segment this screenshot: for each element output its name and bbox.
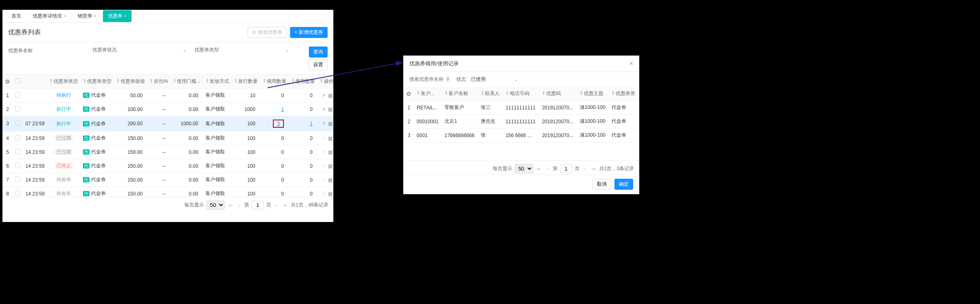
col-header[interactable]: ▲▼使用门槛... bbox=[170, 75, 203, 89]
share-icon[interactable]: ↗ bbox=[321, 163, 326, 169]
col-header[interactable]: ⚙ bbox=[404, 87, 414, 101]
qrcode-icon[interactable]: ▦ bbox=[328, 163, 333, 169]
tab-优惠券详情页[interactable]: 优惠券详情页× bbox=[28, 10, 71, 22]
prev-page-button[interactable]: ‹ bbox=[545, 166, 550, 172]
sort-icon[interactable]: ▲▼ bbox=[263, 78, 266, 83]
confirm-button[interactable]: 确定 bbox=[614, 179, 633, 190]
tab-首页[interactable]: 首页 bbox=[7, 10, 26, 22]
sort-icon[interactable]: ▲▼ bbox=[612, 91, 615, 95]
last-page-button[interactable]: ⇥ bbox=[281, 202, 288, 208]
share-icon[interactable]: ↗ bbox=[321, 93, 326, 98]
col-header[interactable]: ▲▼使用数量 bbox=[289, 75, 317, 89]
col-header[interactable] bbox=[23, 75, 47, 89]
sort-icon[interactable]: ▲▼ bbox=[116, 78, 120, 83]
sort-icon[interactable]: ▲▼ bbox=[444, 91, 448, 95]
col-header[interactable]: ▲▼优惠券类型 bbox=[80, 75, 114, 89]
search-icon[interactable]: ⚲ bbox=[446, 76, 450, 82]
row-checkbox[interactable] bbox=[15, 191, 20, 196]
sort-icon[interactable]: ▲▼ bbox=[291, 78, 295, 83]
table-row[interactable]: 3000117666666666张156 6666 ...2019120070.… bbox=[404, 129, 639, 142]
tab-优惠券[interactable]: 优惠券× bbox=[103, 10, 132, 22]
share-icon[interactable]: ↗ bbox=[321, 191, 326, 197]
col-header[interactable]: ▲▼优惠券状态 bbox=[47, 75, 80, 89]
qrcode-icon[interactable]: ▦ bbox=[328, 135, 333, 141]
next-page-button[interactable]: › bbox=[274, 202, 279, 208]
share-icon[interactable]: ↗ bbox=[321, 107, 326, 112]
first-page-button[interactable]: ⇤ bbox=[536, 166, 543, 172]
dialog-table-wrap[interactable]: ⚙▲▼客户...▲▼客户名称▲▼联系人▲▼电话号码▲▼优惠码▲▼优惠主题▲▼优惠… bbox=[404, 87, 639, 142]
row-checkbox[interactable] bbox=[15, 149, 20, 154]
col-header[interactable]: ▲▼发放方式 bbox=[203, 75, 232, 89]
row-checkbox[interactable] bbox=[15, 177, 20, 182]
col-header[interactable]: ▲▼联系人 bbox=[478, 87, 503, 101]
col-header[interactable]: ▲▼发行数量 bbox=[232, 75, 260, 89]
last-page-button[interactable]: ⇥ bbox=[589, 166, 597, 172]
dialog-per-page-select[interactable]: 50 bbox=[515, 164, 533, 173]
filter-name-input[interactable] bbox=[35, 47, 84, 55]
sort-icon[interactable]: ▲▼ bbox=[417, 91, 420, 95]
qrcode-icon[interactable]: ▦ bbox=[328, 177, 333, 183]
sort-icon[interactable]: ▲▼ bbox=[481, 91, 484, 95]
table-row[interactable]: 1待执行代代金券50.00--0.00客户领取1000↗▦ bbox=[2, 89, 333, 102]
col-header[interactable] bbox=[13, 75, 23, 89]
tab-销货单[interactable]: 销货单× bbox=[73, 10, 101, 22]
filter-type-select[interactable] bbox=[221, 49, 283, 51]
sort-icon[interactable]: ▲▼ bbox=[234, 78, 237, 83]
sort-icon[interactable]: ▲▼ bbox=[150, 78, 153, 83]
col-header[interactable]: ▲▼电话号码 bbox=[503, 87, 540, 101]
query-button[interactable]: 查询 bbox=[309, 47, 328, 58]
sort-icon[interactable]: ▲▼ bbox=[83, 78, 86, 83]
table-row[interactable]: 307 23:59执行中代代金券200.00--1000.00客户领取10031… bbox=[2, 116, 333, 131]
col-header[interactable]: ▲▼客户... bbox=[414, 87, 442, 101]
table-row[interactable]: 614 23:59已终止代代金券150.00--0.00客户领取10000↗▦ bbox=[2, 159, 333, 173]
sort-icon[interactable]: ▲▼ bbox=[173, 78, 176, 83]
sort-icon[interactable]: ▲▼ bbox=[205, 78, 209, 83]
claim-count-link[interactable]: 3 bbox=[277, 121, 280, 126]
close-icon[interactable]: × bbox=[630, 60, 633, 67]
page-input[interactable] bbox=[252, 201, 264, 209]
col-header[interactable]: ▲▼优惠主题 bbox=[577, 87, 609, 101]
row-checkbox[interactable] bbox=[15, 106, 20, 111]
close-icon[interactable]: × bbox=[124, 14, 127, 18]
gear-icon[interactable]: ⚙ bbox=[5, 78, 10, 85]
qrcode-icon[interactable]: ▦ bbox=[328, 107, 333, 112]
col-header[interactable]: ▲▼领用数量 bbox=[260, 75, 289, 89]
gear-icon[interactable]: ⚙ bbox=[406, 91, 411, 97]
qrcode-icon[interactable]: ▦ bbox=[328, 121, 333, 126]
table-row[interactable]: 2执行中代代金券100.00--0.00客户领取100010↗▦ bbox=[2, 102, 333, 116]
col-header[interactable]: ⚙ bbox=[2, 75, 13, 89]
per-page-select[interactable]: 50 bbox=[206, 200, 225, 210]
sort-icon[interactable]: ▲▼ bbox=[49, 78, 53, 83]
use-count-link[interactable]: 1 bbox=[310, 121, 313, 126]
cancel-button[interactable]: 取消 bbox=[592, 179, 611, 190]
sort-icon[interactable]: ▲▼ bbox=[506, 91, 509, 95]
close-icon[interactable]: × bbox=[64, 14, 66, 18]
dialog-page-input[interactable] bbox=[560, 164, 572, 173]
table-row[interactable]: 514 23:59已过期代代金券150.00--0.00客户领取10000↗▦ bbox=[2, 145, 333, 159]
add-coupon-button[interactable]: + 新增优惠券 bbox=[290, 27, 328, 38]
share-icon[interactable]: ↗ bbox=[321, 177, 326, 183]
select-all-checkbox[interactable] bbox=[15, 78, 20, 84]
table-row[interactable]: 414 23:59已过期代代金券150.00--0.00客户领取10000↗▦ bbox=[2, 131, 333, 145]
row-checkbox[interactable] bbox=[15, 135, 20, 140]
table-row[interactable]: 200010001北京1唐先生111111111112019120070...满… bbox=[404, 115, 639, 129]
row-checkbox[interactable] bbox=[15, 92, 20, 98]
sort-icon[interactable]: ▲▼ bbox=[320, 78, 323, 83]
sort-icon[interactable]: ▲▼ bbox=[542, 91, 545, 95]
table-row[interactable]: 814 23:59待发布代代金券150.00--0.00客户领取10000↗▦ bbox=[2, 187, 333, 197]
share-icon[interactable]: ↗ bbox=[321, 149, 326, 155]
col-header[interactable]: ▲▼优惠券类 bbox=[609, 87, 639, 101]
qrcode-icon[interactable]: ▦ bbox=[328, 149, 333, 155]
share-icon[interactable]: ↗ bbox=[321, 135, 326, 141]
close-icon[interactable]: × bbox=[94, 14, 96, 18]
settings-button[interactable]: 设置 bbox=[309, 59, 328, 70]
col-header[interactable]: ▲▼客户名称 bbox=[442, 87, 478, 101]
row-checkbox[interactable] bbox=[15, 120, 20, 126]
filter-status-select[interactable] bbox=[119, 49, 181, 51]
col-header[interactable]: ▲▼折扣% bbox=[147, 75, 171, 89]
next-page-button[interactable]: › bbox=[582, 166, 587, 172]
claim-count-link[interactable]: 1 bbox=[281, 107, 284, 112]
prev-page-button[interactable]: ‹ bbox=[237, 202, 242, 208]
distribute-coupon-button[interactable]: ⊘ 发放优惠券 bbox=[248, 27, 286, 38]
qrcode-icon[interactable]: ▦ bbox=[328, 191, 333, 197]
